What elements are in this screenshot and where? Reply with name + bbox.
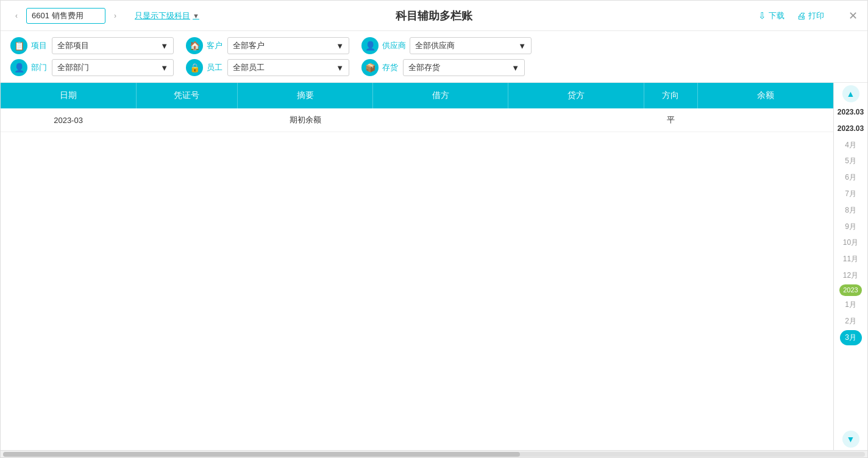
show-sub-filter[interactable]: 只显示下级科目 ▼ (135, 10, 199, 21)
filter-project: 📋 项目 全部项目 ▼ (10, 37, 174, 54)
print-icon: 🖨 (797, 10, 806, 21)
next-account-arrow[interactable]: › (109, 10, 121, 22)
scroll-thumb (3, 452, 520, 457)
customer-icon: 🏠 (186, 37, 203, 54)
cell-balance (698, 108, 833, 132)
account-nav: ‹ 6601 销售费用 › 只显示下级科目 ▼ (10, 8, 199, 24)
project-icon: 📋 (10, 37, 27, 54)
download-icon: ⇩ (758, 10, 766, 21)
prev-account-arrow[interactable]: ‹ (10, 10, 23, 22)
bottom-scrollbar[interactable] (1, 450, 867, 457)
col-date: 日期 (1, 83, 136, 108)
timeline-month[interactable]: 10月 (834, 235, 867, 250)
ledger-table: 日期 凭证号 摘要 借方 贷方 方向 余额 2023-03 期初余额 平 (1, 83, 833, 132)
project-label: 项目 (31, 40, 48, 51)
cell-voucher (136, 108, 238, 132)
filter-department: 👤 部门 全部部门 ▼ (10, 59, 174, 76)
filter-dropdown-arrow: ▼ (193, 12, 199, 19)
timeline-month[interactable]: 2月 (834, 314, 867, 329)
department-icon: 👤 (10, 59, 27, 76)
print-button[interactable]: 🖨 打印 (797, 10, 824, 21)
department-label: 部门 (31, 62, 48, 73)
main-window: ‹ 6601 销售费用 › 只显示下级科目 ▼ 科目辅助多栏账 ⇩ 下载 🖨 打… (0, 0, 868, 458)
timeline-month[interactable]: 9月 (834, 219, 867, 234)
project-select[interactable]: 全部项目 ▼ (52, 37, 174, 54)
col-credit: 贷方 (508, 83, 644, 108)
project-select-arrow: ▼ (160, 41, 168, 51)
filter-employee: 🔒 员工 全部员工 ▼ (186, 59, 349, 76)
supplier-select-arrow: ▼ (518, 41, 526, 51)
customer-select-arrow: ▼ (336, 41, 344, 51)
timeline-down-arrow[interactable]: ▼ (842, 431, 859, 448)
scroll-track (3, 452, 865, 457)
account-name-field[interactable]: 6601 销售费用 (26, 8, 105, 24)
timeline-panel: ▲ 2023.032023.034月5月6月7月8月9月10月11月12月202… (833, 83, 867, 450)
filter-row-1: 📋 项目 全部项目 ▼ 🏠 客户 全部客户 ▼ 👤 供应商 (10, 37, 858, 54)
timeline-selected-period[interactable]: 2023.03 (834, 121, 867, 136)
supplier-label: 供应商 (382, 40, 406, 51)
inventory-label: 存货 (382, 62, 399, 73)
supplier-icon: 👤 (361, 37, 379, 54)
cell-direction: 平 (644, 108, 698, 132)
timeline-selected-period[interactable]: 2023.03 (834, 105, 867, 120)
timeline-up-arrow[interactable]: ▲ (842, 85, 859, 102)
table-main: 日期 凭证号 摘要 借方 贷方 方向 余额 2023-03 期初余额 平 (1, 83, 833, 450)
col-balance: 余额 (698, 83, 833, 108)
top-bar: ‹ 6601 销售费用 › 只显示下级科目 ▼ 科目辅助多栏账 ⇩ 下载 🖨 打… (1, 1, 867, 31)
cell-debit (373, 108, 508, 132)
timeline-month[interactable]: 5月 (834, 153, 867, 169)
employee-select[interactable]: 全部员工 ▼ (227, 59, 349, 76)
col-voucher: 凭证号 (136, 83, 238, 108)
supplier-select[interactable]: 全部供应商 ▼ (410, 37, 532, 54)
inventory-icon: 📦 (361, 59, 379, 76)
employee-select-arrow: ▼ (336, 63, 344, 72)
top-actions: ⇩ 下载 🖨 打印 ✕ (758, 9, 858, 23)
customer-label: 客户 (207, 40, 224, 51)
cell-credit (508, 108, 644, 132)
timeline-active-month[interactable]: 3月 (840, 330, 862, 345)
employee-icon: 🔒 (186, 59, 203, 76)
timeline-items: 2023.032023.034月5月6月7月8月9月10月11月12月20231… (834, 105, 867, 428)
download-button[interactable]: ⇩ 下载 (758, 10, 784, 21)
filter-supplier: 👤 供应商 全部供应商 ▼ (361, 37, 532, 54)
col-direction: 方向 (644, 83, 698, 108)
filter-row-2: 👤 部门 全部部门 ▼ 🔒 员工 全部员工 ▼ 📦 存货 (10, 59, 858, 76)
inventory-select[interactable]: 全部存货 ▼ (403, 59, 525, 76)
timeline-month[interactable]: 1月 (834, 297, 867, 312)
page-title: 科目辅助多栏账 (396, 9, 472, 23)
employee-label: 员工 (207, 62, 224, 73)
cell-summary: 期初余额 (238, 108, 373, 132)
department-select-arrow: ▼ (160, 63, 168, 72)
filter-customer: 🏠 客户 全部客户 ▼ (186, 37, 349, 54)
timeline-month[interactable]: 12月 (834, 268, 867, 283)
cell-date: 2023-03 (1, 108, 136, 132)
department-select[interactable]: 全部部门 ▼ (52, 59, 174, 76)
timeline-month[interactable]: 7月 (834, 186, 867, 202)
close-button[interactable]: ✕ (848, 9, 858, 23)
table-row[interactable]: 2023-03 期初余额 平 (1, 108, 833, 132)
timeline-month[interactable]: 4月 (834, 138, 867, 153)
timeline-month[interactable]: 6月 (834, 170, 867, 185)
customer-select[interactable]: 全部客户 ▼ (227, 37, 349, 54)
timeline-month[interactable]: 11月 (834, 252, 867, 267)
filter-bar: 📋 项目 全部项目 ▼ 🏠 客户 全部客户 ▼ 👤 供应商 (1, 31, 867, 83)
timeline-year-badge[interactable]: 2023 (839, 284, 861, 296)
col-summary: 摘要 (238, 83, 373, 108)
table-area: 日期 凭证号 摘要 借方 贷方 方向 余额 2023-03 期初余额 平 (1, 83, 867, 450)
inventory-select-arrow: ▼ (511, 63, 519, 72)
col-debit: 借方 (373, 83, 508, 108)
filter-inventory: 📦 存货 全部存货 ▼ (361, 59, 525, 76)
timeline-month[interactable]: 8月 (834, 203, 867, 218)
